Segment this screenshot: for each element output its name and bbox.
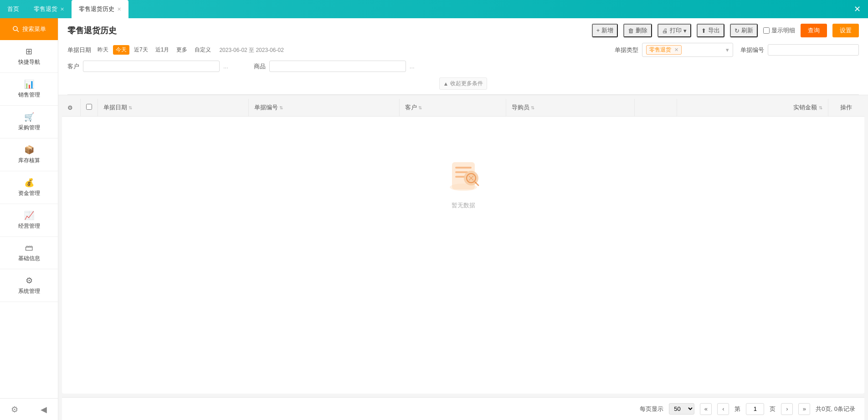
svg-rect-5: [455, 171, 468, 173]
th-customer[interactable]: 客户: [399, 99, 506, 117]
next-page-button[interactable]: ›: [781, 403, 793, 415]
type-select[interactable]: 零售退货 ✕ ▾: [642, 43, 733, 57]
finance-icon: 💰: [24, 178, 34, 188]
last-page-button[interactable]: »: [798, 403, 810, 415]
sales-icon: 📊: [24, 79, 34, 89]
quick-nav-icon: ⊞: [26, 46, 32, 56]
tab-retail-return-close[interactable]: ✕: [60, 6, 64, 12]
header-actions: + 新增 🗑 删除 🖨 打印 ▾ ⬆ 导出: [592, 24, 859, 37]
type-filter: 单据类型 零售退货 ✕ ▾: [615, 43, 733, 57]
goods-ellipsis[interactable]: ...: [410, 63, 415, 70]
export-icon: ⬆: [701, 27, 706, 34]
svg-line-9: [475, 182, 478, 185]
th-amount[interactable]: 实销金额: [677, 99, 828, 117]
delete-icon: 🗑: [628, 27, 634, 34]
settings-button[interactable]: 设置: [832, 24, 859, 37]
date-custom[interactable]: 自定义: [192, 45, 214, 55]
sidebar-item-inventory[interactable]: 📦 库存核算: [0, 138, 58, 171]
operations-icon: 📈: [24, 210, 34, 220]
tab-home[interactable]: 首页: [0, 0, 26, 18]
collapse-icon: ▲: [443, 81, 449, 87]
customer-ellipsis[interactable]: ...: [223, 63, 228, 70]
print-button[interactable]: 🖨 打印 ▾: [657, 24, 691, 37]
svg-line-1: [17, 30, 19, 32]
table-empty-row: 暂无数据: [62, 117, 864, 246]
tab-retail-return-history[interactable]: 零售退货历史 ✕: [72, 0, 128, 18]
sidebar: 搜索菜单 ⊞ 快捷导航 📊 销售管理 🛒 采购管理 📦 库存核算 💰 资金管理: [0, 18, 58, 420]
page-title: 零售退货历史: [67, 25, 117, 36]
date-more[interactable]: 更多: [174, 45, 190, 55]
tab-bar: 首页 零售退货 ✕ 零售退货历史 ✕: [0, 0, 847, 18]
collapse-button[interactable]: ▲ 收起更多条件: [439, 77, 488, 90]
svg-point-0: [13, 26, 17, 31]
empty-icon: [443, 153, 484, 194]
date-range-text: 2023-06-02 至 2023-06-02: [219, 46, 283, 54]
pagination-bar: 每页显示 20 50 100 « ‹ 第 页 › » 共0页, 0条记录: [62, 397, 864, 420]
date-shortcuts: 昨天 今天 近7天 近1月 更多 自定义: [95, 45, 214, 55]
basic-info-icon: 🗃: [25, 243, 33, 253]
first-page-button[interactable]: «: [700, 403, 712, 415]
sidebar-item-finance[interactable]: 💰 资金管理: [0, 171, 58, 204]
goods-input[interactable]: [269, 61, 406, 72]
type-tag: 零售退货 ✕: [646, 45, 682, 55]
window-close-button[interactable]: ✕: [847, 4, 868, 14]
table-header-row: ⚙ 单据日期 单据编号 客户 导购员: [62, 99, 864, 117]
show-detail-checkbox[interactable]: [763, 27, 770, 34]
table-body: 暂无数据: [62, 117, 864, 246]
sidebar-nav: ⊞ 快捷导航 📊 销售管理 🛒 采购管理 📦 库存核算 💰 资金管理 📈: [0, 40, 58, 398]
th-operations: 操作: [828, 99, 864, 117]
customer-input[interactable]: [83, 61, 220, 72]
svg-rect-4: [455, 167, 472, 169]
sidebar-item-purchase[interactable]: 🛒 采购管理: [0, 106, 58, 138]
th-checkbox[interactable]: [80, 99, 98, 117]
date-today[interactable]: 今天: [113, 45, 129, 55]
date-yesterday[interactable]: 昨天: [95, 45, 111, 55]
th-spacer: [635, 99, 677, 117]
type-tag-close[interactable]: ✕: [674, 47, 678, 52]
sidebar-item-system[interactable]: ⚙ 系统管理: [0, 269, 58, 302]
add-button[interactable]: + 新增: [592, 24, 618, 37]
search-icon: [12, 26, 20, 33]
system-icon: ⚙: [26, 276, 33, 286]
delete-button[interactable]: 🗑 删除: [623, 24, 652, 37]
sidebar-item-quick-nav[interactable]: ⊞ 快捷导航: [0, 40, 58, 73]
main-layout: 搜索菜单 ⊞ 快捷导航 📊 销售管理 🛒 采购管理 📦 库存核算 💰 资金管理: [0, 18, 868, 420]
th-voucher-no[interactable]: 单据编号: [248, 99, 399, 117]
th-settings[interactable]: ⚙: [62, 99, 80, 117]
show-detail-label: 显示明细: [763, 26, 795, 35]
date-filter: 单据日期 昨天 今天 近7天 近1月 更多 自定义 2023-06-02 至 2…: [67, 45, 284, 55]
sidebar-item-operations[interactable]: 📈 经营管理: [0, 204, 58, 237]
tab-retail-return-history-close[interactable]: ✕: [117, 6, 121, 12]
per-page-select[interactable]: 20 50 100: [669, 403, 694, 415]
sidebar-item-basic-info[interactable]: 🗃 基础信息: [0, 237, 58, 269]
sidebar-item-sales[interactable]: 📊 销售管理: [0, 73, 58, 106]
refresh-button[interactable]: ↻ 刷新: [730, 24, 758, 37]
page-number-input[interactable]: [746, 403, 764, 415]
settings-bottom-icon[interactable]: ⚙: [11, 405, 18, 415]
refresh-icon: ↻: [734, 27, 740, 34]
prev-page-button[interactable]: ‹: [717, 403, 729, 415]
voucher-no-filter: 单据编号: [740, 44, 859, 56]
print-icon: 🖨: [662, 27, 668, 34]
filter-area: 单据日期 昨天 今天 近7天 近1月 更多 自定义 2023-06-02 至 2…: [67, 43, 859, 95]
th-guide[interactable]: 导购员: [506, 99, 634, 117]
th-date[interactable]: 单据日期: [98, 99, 248, 117]
svg-rect-6: [455, 176, 465, 178]
empty-text: 暂无数据: [452, 201, 475, 210]
customer-filter: 客户 ...: [67, 61, 228, 72]
query-button[interactable]: 查询: [801, 24, 827, 37]
tab-retail-return[interactable]: 零售退货 ✕: [26, 0, 72, 18]
table-container: ⚙ 单据日期 单据编号 客户 导购员: [62, 99, 864, 394]
select-all-checkbox[interactable]: [86, 104, 92, 110]
voucher-no-input[interactable]: [768, 44, 859, 56]
collapse-sidebar-icon[interactable]: ◀: [41, 405, 47, 415]
page-header: 零售退货历史 + 新增 🗑 删除 🖨 打印 ▾ ⬆: [58, 18, 868, 95]
date-1month[interactable]: 近1月: [153, 45, 172, 55]
goods-filter: 商品 ...: [254, 61, 415, 72]
export-button[interactable]: ⬆ 导出: [697, 24, 724, 37]
empty-state: 暂无数据: [62, 117, 864, 246]
date-7days[interactable]: 近7天: [131, 45, 151, 55]
sidebar-bottom: ⚙ ◀: [0, 398, 58, 420]
purchase-icon: 🛒: [24, 112, 34, 122]
sidebar-search-button[interactable]: 搜索菜单: [0, 18, 58, 40]
